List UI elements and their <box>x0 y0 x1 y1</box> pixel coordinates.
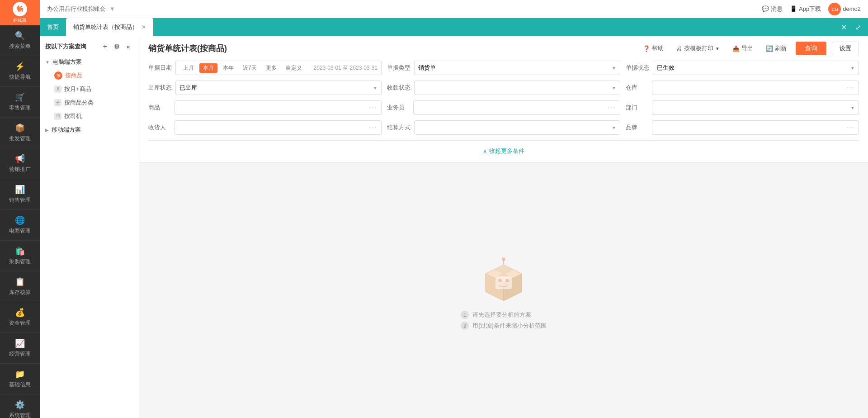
sidebar-item-quick-nav[interactable]: ⚡ 快捷导航 <box>0 56 40 87</box>
message-btn[interactable]: 💬 消息 <box>762 5 783 13</box>
sidebar-item-system[interactable]: ⚙️ 系统管理 <box>0 394 40 418</box>
close-tab-icon[interactable]: ✕ <box>142 24 146 30</box>
right-panel: 销货单统计表(按商品) ❓ 帮助 🖨 按模板打印 ▼ 📤 <box>139 36 868 418</box>
settings-btn[interactable]: 设置 <box>832 42 859 55</box>
filter-brand-input[interactable]: ··· <box>652 120 859 135</box>
collapse-panel-btn[interactable]: « <box>123 42 133 52</box>
template-print-btn[interactable]: 🖨 按模板打印 ▼ <box>673 43 723 54</box>
user-label: demo2 <box>843 5 861 12</box>
left-panel-actions: ＋ ⚙ « <box>100 42 133 52</box>
tab-home[interactable]: 首页 <box>40 18 66 36</box>
filter-payment-status-cell: 收款状态 ▼ <box>387 81 620 95</box>
filter-docstatus-cell: 单据状态 已生效 ▼ <box>626 61 859 75</box>
refresh-btn[interactable]: 🔄 刷新 <box>762 43 790 54</box>
help-btn[interactable]: ❓ 帮助 <box>639 43 667 54</box>
sidebar-item-inventory[interactable]: 📋 库存核算 <box>0 271 40 302</box>
date-this-month[interactable]: 本月 <box>199 63 217 73</box>
sidebar-item-finance[interactable]: 💰 资金管理 <box>0 302 40 333</box>
filter-product-input[interactable]: ··· <box>175 100 382 115</box>
left-panel-header: 按以下方案查询 ＋ ⚙ « <box>40 42 139 55</box>
sidebar-item-wholesale[interactable]: 📦 批发管理 <box>0 118 40 148</box>
filter-warehouse-label: 仓库 <box>626 84 648 92</box>
salesperson-more-icon: ··· <box>608 104 616 112</box>
sidebar-item-operations[interactable]: 📈 经营管理 <box>0 333 40 364</box>
filter-recipient-input[interactable]: ··· <box>175 120 382 135</box>
product-more-icon: ··· <box>369 104 377 112</box>
filter-salesperson-cell: 业务员 ··· <box>387 100 620 115</box>
filter-recipient-label: 收货人 <box>148 124 171 132</box>
by-category-icon: 分 <box>54 99 61 106</box>
date-last-7days[interactable]: 近7天 <box>239 63 260 73</box>
date-last-month[interactable]: 上月 <box>179 63 198 73</box>
left-panel: 按以下方案查询 ＋ ⚙ « ▼ 电脑端方案 按 按商品 <box>40 36 139 418</box>
sidebar-item-purchase[interactable]: 🛍️ 采购管理 <box>0 241 40 271</box>
inventory-icon: 📋 <box>15 277 25 287</box>
add-scheme-btn[interactable]: ＋ <box>100 42 110 52</box>
filter-salesperson-input[interactable]: ··· <box>413 100 620 115</box>
tree-item-label: 按商品分类 <box>64 99 94 107</box>
page-title-row: 销货单统计表(按商品) ❓ 帮助 🖨 按模板打印 ▼ 📤 <box>148 42 859 55</box>
sidebar-item-marketing[interactable]: 📢 营销推广 <box>0 148 40 179</box>
tree-item-by-clerk[interactable]: 司 按司机 <box>40 109 139 123</box>
svg-point-9 <box>502 257 505 261</box>
filter-recipient-cell: 收货人 ··· <box>148 120 382 135</box>
export-icon: 📤 <box>732 45 740 52</box>
empty-tip-1: 1 请先选择要分析的方案 <box>461 311 546 319</box>
tree-item-label: 按月+商品 <box>64 85 91 93</box>
filter-wh-status-cell: 出库状态 已出库 ▼ <box>148 81 382 95</box>
docstatus-dropdown-icon: ▼ <box>850 66 855 71</box>
date-this-year[interactable]: 本年 <box>219 63 237 73</box>
brand-more-icon: ··· <box>846 124 855 132</box>
download-icon: 📱 <box>790 5 797 12</box>
sidebar-item-basic[interactable]: 📁 基础信息 <box>0 364 40 394</box>
tree-mobile-section[interactable]: ▶ 移动端方案 <box>40 123 139 137</box>
wh-status-dropdown-icon: ▼ <box>373 86 377 90</box>
date-shortcuts: 上月 本月 本年 近7天 更多 自定义 <box>179 63 306 73</box>
tree-pc-section[interactable]: ▼ 电脑端方案 <box>40 55 139 69</box>
tree-item-by-product[interactable]: 按 按商品 <box>40 69 139 82</box>
sales-stat-tab-label: 销货单统计表（按商品） <box>73 23 138 31</box>
page-actions: ❓ 帮助 🖨 按模板打印 ▼ 📤 导出 🔄 <box>639 42 859 55</box>
sidebar-item-label: 营销推广 <box>9 166 31 173</box>
by-clerk-icon: 司 <box>54 113 61 120</box>
empty-tips: 1 请先选择要分析的方案 2 用[过滤]条件来缩小分析范围 <box>461 311 546 330</box>
sidebar-item-sales[interactable]: 📊 销售管理 <box>0 179 40 210</box>
filter-settlement-input[interactable]: ▼ <box>414 120 620 135</box>
filter-docstatus-input[interactable]: 已生效 ▼ <box>653 61 859 75</box>
filter-payment-status-input[interactable]: ▼ <box>414 81 620 95</box>
collapse-up-icon: ∧ <box>483 148 487 155</box>
filter-product-label: 商品 <box>148 104 171 112</box>
filter-wh-status-input[interactable]: 已出库 ▼ <box>175 81 382 95</box>
filter-warehouse-input[interactable]: ··· <box>652 81 859 95</box>
tree-item-by-month-product[interactable]: 月 按月+商品 <box>40 82 139 96</box>
app-title: 办公用品行业模拟账套 <box>47 5 106 13</box>
filter-department-input[interactable]: ▼ <box>652 100 859 115</box>
filter-department-cell: 部门 ▼ <box>626 100 859 115</box>
tree-item-by-category[interactable]: 分 按商品分类 <box>40 96 139 109</box>
date-custom[interactable]: 自定义 <box>282 63 306 73</box>
sidebar-item-ecommerce[interactable]: 🌐 电商管理 <box>0 210 40 241</box>
collapse-filters-btn[interactable]: ∧ 收起更多条件 <box>479 143 528 159</box>
query-btn[interactable]: 查询 <box>796 42 826 55</box>
filter-doctype-input[interactable]: 销货单 ▼ <box>414 61 620 75</box>
edit-scheme-btn[interactable]: ⚙ <box>112 42 122 52</box>
maximize-btn[interactable]: ⤢ <box>852 21 864 33</box>
date-more[interactable]: 更多 <box>262 63 280 73</box>
left-panel-title: 按以下方案查询 <box>45 43 86 51</box>
filter-date-input[interactable]: 上月 本月 本年 近7天 更多 自定义 2023-03-01 至 2023-03… <box>175 61 382 75</box>
tab-sales-stat[interactable]: 销货单统计表（按商品） ✕ <box>66 18 153 36</box>
export-btn[interactable]: 📤 导出 <box>729 43 757 54</box>
sidebar-item-retail[interactable]: 🛒 零售管理 <box>0 87 40 118</box>
dropdown-arrow-icon[interactable]: ▼ <box>109 5 115 12</box>
filter-doctype-cell: 单据类型 销货单 ▼ <box>387 61 620 75</box>
filter-settlement-cell: 结算方式 ▼ <box>387 120 620 135</box>
page-header: 销货单统计表(按商品) ❓ 帮助 🖨 按模板打印 ▼ 📤 <box>139 36 868 163</box>
sidebar-item-label: 批发管理 <box>9 135 31 142</box>
by-month-product-icon: 月 <box>54 86 61 93</box>
app-download-btn[interactable]: 📱 App下载 <box>790 5 821 13</box>
sidebar-item-search[interactable]: 🔍 搜索菜单 <box>0 25 40 56</box>
close-window-btn[interactable]: ✕ <box>837 21 850 33</box>
user-menu[interactable]: Ea demo2 <box>828 3 861 15</box>
topbar-left: 办公用品行业模拟账套 ▼ <box>47 5 115 13</box>
date-range-text: 2023-03-01 至 2023-03-31 <box>314 64 377 72</box>
